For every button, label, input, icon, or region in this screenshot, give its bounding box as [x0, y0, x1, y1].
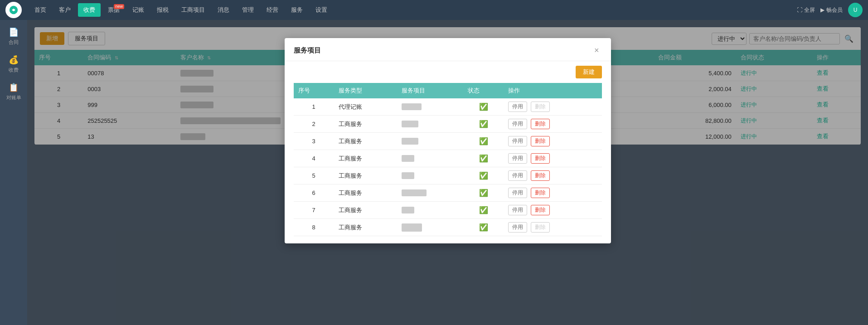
- mcell-seq: 4: [294, 150, 334, 167]
- mcell-status: ✅: [463, 202, 504, 219]
- nav-home[interactable]: 首页: [29, 3, 52, 17]
- mcol-action: 操作: [504, 83, 601, 98]
- list-item: 6 工商服务 ██████ ✅ 停用 删除: [294, 184, 602, 202]
- status-active-icon: ✅: [479, 137, 488, 145]
- nav-message[interactable]: 消息: [212, 3, 235, 17]
- mcell-action: 停用 删除: [504, 184, 601, 202]
- service-items-table: 序号 服务类型 服务项目 状态 操作 1 代理记账 ████1 ✅: [294, 83, 602, 236]
- stop-button[interactable]: 停用: [508, 170, 527, 181]
- delete-button: 删除: [531, 102, 550, 112]
- delete-button[interactable]: 删除: [531, 205, 550, 215]
- delete-button[interactable]: 删除: [531, 153, 550, 164]
- nav-right: ⛶ 全屏 ▶ 畅会员 U: [797, 3, 863, 17]
- stop-button[interactable]: 停用: [508, 188, 527, 198]
- mcell-type: 工商服务: [334, 167, 398, 184]
- top-navigation: 首页 客户 收费 票据 new 记账 报税 工商项目 消息 管理 经营 服务 设…: [0, 0, 868, 20]
- mcol-item: 服务项目: [397, 83, 463, 98]
- mcell-action: 停用 删除: [504, 167, 601, 184]
- delete-button[interactable]: 删除: [531, 188, 550, 198]
- nav-fee[interactable]: 收费: [78, 3, 101, 17]
- modal-table-body: 1 代理记账 ████1 ✅ 停用 删除 2 工商服务 ████ ✅ 停用 删除…: [294, 98, 602, 236]
- status-active-icon: ✅: [479, 172, 488, 179]
- mcell-status: ✅: [463, 219, 504, 236]
- list-item: 8 工商服务 ██注册 ✅ 停用 删除: [294, 219, 602, 236]
- mcell-item: ██注册: [397, 219, 463, 236]
- status-active-icon: ✅: [479, 155, 488, 162]
- stop-button[interactable]: 停用: [508, 222, 527, 233]
- modal-title: 服务项目: [294, 46, 321, 55]
- member-btn[interactable]: ▶ 畅会员: [820, 6, 843, 14]
- new-badge: new: [114, 4, 124, 9]
- mcell-status: ✅: [463, 167, 504, 184]
- stop-button[interactable]: 停用: [508, 119, 527, 129]
- mcell-action: 停用 删除: [504, 116, 601, 133]
- nav-manage[interactable]: 管理: [237, 3, 259, 17]
- fee-icon: 💰: [9, 55, 19, 65]
- modal-overlay: 服务项目 × 新建 序号 服务类型 服务项目 状态: [27, 20, 868, 325]
- stop-button[interactable]: 停用: [508, 153, 527, 164]
- user-avatar[interactable]: U: [848, 3, 863, 17]
- mcell-action: 停用 删除: [504, 133, 601, 150]
- video-icon: ▶: [820, 7, 824, 13]
- mcell-action: 停用 删除: [504, 98, 601, 116]
- mcell-type: 代理记账: [334, 98, 398, 116]
- mcell-item: ████: [397, 116, 463, 133]
- mcol-status: 状态: [463, 83, 504, 98]
- modal-table-header: 序号 服务类型 服务项目 状态 操作: [294, 83, 602, 98]
- mcell-type: 工商服务: [334, 133, 398, 150]
- mcell-status: ✅: [463, 150, 504, 167]
- modal-header: 服务项目 ×: [285, 38, 611, 61]
- modal-new-button[interactable]: 新建: [576, 66, 602, 78]
- modal-toolbar: 新建: [285, 61, 611, 83]
- mcell-type: 工商服务: [334, 116, 398, 133]
- mcell-seq: 1: [294, 98, 334, 116]
- mcell-seq: 2: [294, 116, 334, 133]
- modal-body: 序号 服务类型 服务项目 状态 操作 1 代理记账 ████1 ✅: [285, 83, 611, 243]
- nav-business[interactable]: 工商项目: [176, 3, 210, 17]
- status-active-icon: ✅: [479, 223, 488, 231]
- mcell-status: ✅: [463, 116, 504, 133]
- list-item: 7 工商服务 ███ ✅ 停用 删除: [294, 202, 602, 219]
- status-active-icon: ✅: [479, 103, 488, 111]
- mcol-seq: 序号: [294, 83, 334, 98]
- list-item: 4 工商服务 ███ ✅ 停用 删除: [294, 150, 602, 167]
- mcell-seq: 3: [294, 133, 334, 150]
- stop-button[interactable]: 停用: [508, 205, 527, 215]
- mcell-item: ███: [397, 167, 463, 184]
- mcell-type: 工商服务: [334, 150, 398, 167]
- mcell-action: 停用 删除: [504, 202, 601, 219]
- mcell-item: ████1: [397, 98, 463, 116]
- modal-close-button[interactable]: ×: [592, 45, 602, 55]
- fullscreen-btn[interactable]: ⛶ 全屏: [797, 6, 815, 14]
- contract-icon: 📄: [9, 27, 19, 37]
- stop-button[interactable]: 停用: [508, 136, 527, 146]
- mcell-seq: 7: [294, 202, 334, 219]
- mcell-type: 工商服务: [334, 219, 398, 236]
- service-modal: 服务项目 × 新建 序号 服务类型 服务项目 状态: [285, 38, 611, 243]
- sidebar-item-reconciliation[interactable]: 📋 对账单: [1, 79, 26, 105]
- nav-settings[interactable]: 设置: [310, 3, 333, 17]
- status-active-icon: ✅: [479, 206, 488, 214]
- status-active-icon: ✅: [479, 120, 488, 128]
- sidebar-item-fee[interactable]: 💰 收费: [1, 51, 26, 77]
- app-logo: [5, 2, 22, 18]
- mcell-seq: 8: [294, 219, 334, 236]
- nav-customer[interactable]: 客户: [53, 3, 76, 17]
- nav-items: 首页 客户 收费 票据 new 记账 报税 工商项目 消息 管理 经营 服务 设…: [29, 3, 797, 17]
- main-content: 新增 服务项目 进行中 已完成 已终止 🔍 序号 合同编: [27, 20, 868, 325]
- status-active-icon: ✅: [479, 189, 488, 197]
- nav-bookkeeping[interactable]: 记账: [127, 3, 150, 17]
- mcell-status: ✅: [463, 133, 504, 150]
- delete-button[interactable]: 删除: [531, 136, 550, 146]
- nav-operations[interactable]: 经营: [261, 3, 284, 17]
- nav-service[interactable]: 服务: [286, 3, 308, 17]
- nav-tax[interactable]: 报税: [151, 3, 174, 17]
- delete-button[interactable]: 删除: [531, 119, 550, 129]
- list-item: 1 代理记账 ████1 ✅ 停用 删除: [294, 98, 602, 116]
- mcell-item: ██████: [397, 184, 463, 202]
- stop-button[interactable]: 停用: [508, 102, 527, 112]
- list-item: 2 工商服务 ████ ✅ 停用 删除: [294, 116, 602, 133]
- sidebar-item-contract[interactable]: 📄 合同: [1, 24, 26, 49]
- nav-invoice[interactable]: 票据 new: [102, 3, 125, 17]
- delete-button[interactable]: 删除: [531, 170, 550, 181]
